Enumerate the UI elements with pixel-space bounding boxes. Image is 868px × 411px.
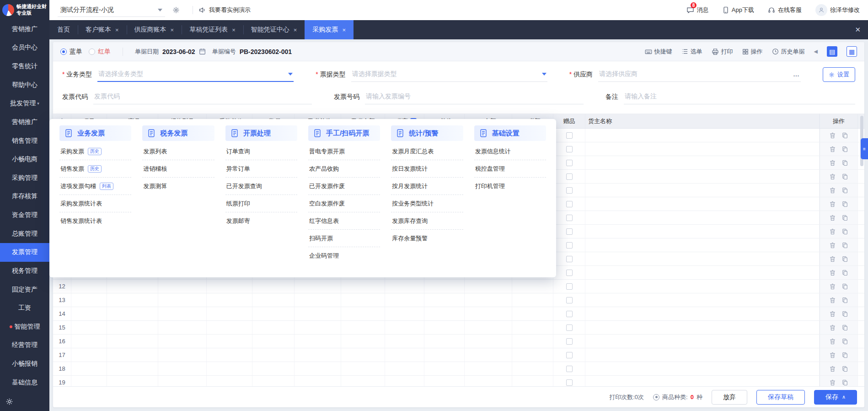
sidebar-item-8[interactable]: 采购管理	[0, 169, 49, 188]
row-cell[interactable]	[553, 252, 585, 265]
menu-item-4-2[interactable]: 按月发票统计	[391, 178, 463, 195]
row-cell[interactable]	[553, 335, 585, 348]
row-cell[interactable]	[252, 362, 295, 375]
sidebar-item-2[interactable]: 零售统计	[0, 57, 49, 76]
row-cell[interactable]	[553, 225, 585, 238]
gift-checkbox[interactable]	[566, 242, 573, 249]
delete-row-icon[interactable]	[830, 297, 836, 303]
copy-row-icon[interactable]	[842, 324, 848, 331]
copy-row-icon[interactable]	[842, 297, 848, 303]
row-cell[interactable]	[385, 293, 424, 307]
row-cell[interactable]	[424, 280, 465, 293]
row-cell[interactable]	[385, 348, 424, 362]
row-cell[interactable]	[341, 293, 385, 307]
invoice-number-input[interactable]: 请输入发票编号	[365, 89, 584, 104]
tab-close-icon[interactable]: ×	[342, 27, 346, 33]
row-cell[interactable]	[585, 129, 820, 142]
row-cell[interactable]	[585, 307, 820, 320]
delete-row-icon[interactable]	[830, 338, 836, 345]
gift-checkbox[interactable]	[566, 283, 573, 290]
sidebar-item-5[interactable]: 营销推广	[0, 113, 49, 132]
invoice-code-input[interactable]: 发票代码	[93, 89, 312, 104]
row-cell[interactable]	[585, 280, 820, 293]
menu-item-0-0[interactable]: 采购发票历史	[59, 143, 131, 160]
gift-checkbox[interactable]	[566, 187, 573, 194]
online-service-button[interactable]: 在线客服	[768, 6, 802, 14]
blue-doc-radio[interactable]: 蓝单	[60, 48, 82, 56]
row-cell[interactable]	[158, 348, 207, 362]
gift-checkbox[interactable]	[566, 173, 573, 180]
row-cell[interactable]	[207, 348, 252, 362]
bill-type-select[interactable]: 请选择票据类型	[351, 67, 547, 82]
row-cell[interactable]	[512, 348, 553, 362]
row-cell[interactable]	[341, 376, 385, 386]
sidebar-item-6[interactable]: 销售管理	[0, 131, 49, 150]
menu-item-2-0[interactable]: 订单查询	[225, 143, 297, 160]
copy-row-icon[interactable]	[842, 173, 848, 180]
row-cell[interactable]	[295, 362, 341, 375]
row-cell[interactable]	[252, 335, 295, 348]
tab-close-icon[interactable]: ×	[294, 27, 297, 33]
pick-order-button[interactable]: 选单	[681, 48, 702, 56]
chevron-left-icon[interactable]: ◀	[814, 49, 818, 54]
copy-row-icon[interactable]	[842, 338, 848, 345]
gift-checkbox[interactable]	[566, 201, 573, 207]
delete-row-icon[interactable]	[830, 242, 836, 249]
delete-row-icon[interactable]	[830, 187, 836, 194]
row-cell[interactable]	[71, 293, 107, 307]
delete-row-icon[interactable]	[830, 352, 836, 358]
row-cell[interactable]	[107, 335, 158, 348]
side-panel-handle[interactable]: ≡	[861, 138, 868, 159]
tab-4[interactable]: 智能凭证中心×	[243, 20, 305, 39]
gift-checkbox[interactable]	[566, 324, 573, 331]
row-cell[interactable]	[465, 362, 512, 375]
row-cell[interactable]	[107, 307, 158, 320]
tab-0[interactable]: 首页	[49, 20, 78, 39]
menu-item-3-3[interactable]: 空白发票作废	[308, 195, 380, 212]
row-cell[interactable]	[585, 238, 820, 252]
row-cell[interactable]	[107, 280, 158, 293]
menu-item-2-2[interactable]: 已开发票查询	[225, 178, 297, 195]
row-cell[interactable]	[295, 280, 341, 293]
row-cell[interactable]	[295, 348, 341, 362]
row-cell[interactable]	[553, 129, 585, 142]
row-cell[interactable]	[207, 335, 252, 348]
row-cell[interactable]	[512, 280, 553, 293]
delete-row-icon[interactable]	[830, 283, 836, 290]
row-cell[interactable]	[341, 335, 385, 348]
sidebar-item-14[interactable]: 固定资产	[0, 280, 49, 299]
menu-item-1-2[interactable]: 发票测算	[142, 178, 214, 195]
row-cell[interactable]	[424, 348, 465, 362]
sidebar-item-7[interactable]: 小畅电商	[0, 150, 49, 169]
menu-item-2-3[interactable]: 纸票打印	[225, 195, 297, 212]
sidebar-item-4[interactable]: 批发管理▾	[0, 94, 49, 113]
row-cell[interactable]	[385, 321, 424, 334]
row-cell[interactable]	[585, 184, 820, 197]
row-cell[interactable]	[585, 335, 820, 348]
row-cell[interactable]	[252, 307, 295, 320]
app-download-button[interactable]: App下载	[723, 6, 754, 14]
row-cell[interactable]	[207, 293, 252, 307]
org-selector[interactable]: 测试分开流程-小况	[58, 4, 165, 17]
row-cell[interactable]	[553, 307, 585, 320]
view-list-toggle[interactable]: ▤	[827, 46, 837, 57]
remark-input[interactable]: 请输入备注	[624, 89, 855, 104]
sidebar-item-10[interactable]: 资金管理	[0, 206, 49, 225]
org-settings-gear-icon[interactable]	[172, 6, 180, 14]
copy-row-icon[interactable]	[842, 256, 848, 262]
row-cell[interactable]	[553, 197, 585, 211]
gift-checkbox[interactable]	[566, 379, 573, 386]
row-cell[interactable]	[385, 376, 424, 386]
row-cell[interactable]	[295, 293, 341, 307]
copy-row-icon[interactable]	[842, 352, 848, 358]
row-cell[interactable]	[465, 280, 512, 293]
row-cell[interactable]	[341, 321, 385, 334]
menu-item-5-1[interactable]: 税控盘管理	[474, 160, 546, 178]
sidebar-item-3[interactable]: 帮助中心	[0, 76, 49, 94]
row-cell[interactable]	[512, 307, 553, 320]
row-cell[interactable]	[71, 335, 107, 348]
tab-close-icon[interactable]: ×	[171, 27, 174, 33]
menu-item-4-3[interactable]: 按业务类型统计	[391, 195, 463, 212]
delete-row-icon[interactable]	[830, 132, 836, 139]
row-cell[interactable]	[465, 376, 512, 386]
